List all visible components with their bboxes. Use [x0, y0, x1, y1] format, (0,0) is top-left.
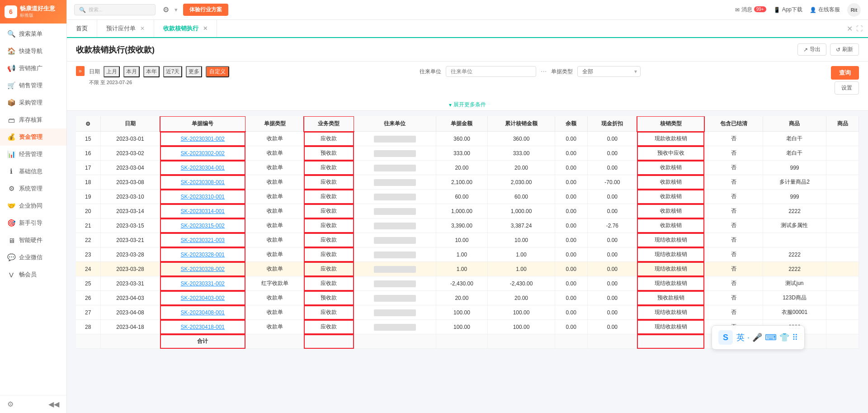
- bill-no-link[interactable]: SK-20230302-002: [181, 150, 225, 157]
- cell-biz-type: 应收款: [304, 233, 354, 247]
- cell-balance: 0.00: [555, 132, 587, 146]
- cell-goods2: [826, 247, 859, 262]
- bill-no-link[interactable]: SK-20230304-001: [181, 165, 225, 171]
- sidebar-item-quick-nav[interactable]: 🏠快捷导航: [0, 43, 66, 60]
- bill-no-link[interactable]: SK-20230301-002: [181, 136, 225, 142]
- cell-goods2: [826, 175, 859, 190]
- bill-no-link[interactable]: SK-20230408-001: [181, 309, 225, 316]
- gear-icon[interactable]: ⚙: [163, 5, 169, 14]
- topbar-search[interactable]: 🔍 搜索...: [74, 4, 156, 15]
- cell-discount: 0.00: [587, 233, 637, 247]
- date-7days[interactable]: 近7天: [163, 66, 183, 77]
- tab-prepay[interactable]: 预计应付单 ✕: [97, 20, 154, 37]
- sidebar-item-search[interactable]: 🔍搜索菜单: [0, 25, 66, 43]
- tab-prepay-close[interactable]: ✕: [140, 25, 145, 32]
- partner-input[interactable]: [446, 66, 536, 77]
- expand-more-btn[interactable]: ▾ 展开更多条件: [76, 99, 859, 110]
- filter-expand-btn[interactable]: »: [76, 66, 85, 76]
- cell-goods: [763, 233, 826, 247]
- bill-no-link[interactable]: SK-20230310-001: [181, 194, 225, 200]
- wechat-icon: 💬: [7, 253, 15, 261]
- sidebar-item-wechat[interactable]: 💬企业微信: [0, 249, 66, 266]
- cell-verify-type: 现结收款核销: [637, 276, 704, 291]
- bill-type-select[interactable]: 全部 收款单 红字收款单: [577, 66, 641, 77]
- cell-verified: 1.00: [488, 262, 555, 276]
- table-row: 16 2023-03-02 SK-20230302-002 收款单 预收款 ██…: [76, 146, 859, 161]
- app-download-btn[interactable]: 📱 App下载: [774, 6, 802, 14]
- cell-goods: 老白干: [763, 132, 826, 146]
- sidebar-logo: 6 畅康道好生意 标推版: [0, 0, 66, 24]
- export-btn[interactable]: ↗ 导出: [797, 43, 826, 56]
- sidebar-item-basic[interactable]: ℹ基础信息: [0, 163, 66, 180]
- date-this-month[interactable]: 本月: [123, 66, 140, 77]
- sidebar-item-member[interactable]: V畅会员: [0, 266, 66, 283]
- tab-maximize-icon[interactable]: ⛶: [856, 25, 863, 32]
- sidebar-item-purchase[interactable]: 📦采购管理: [0, 94, 66, 111]
- date-custom-btn[interactable]: 自定义: [206, 66, 229, 77]
- cell-partner: ████████: [354, 320, 436, 334]
- cell-date: 2023-03-28: [100, 247, 160, 262]
- bill-no-link[interactable]: SK-20230308-001: [181, 179, 225, 185]
- col-discount: 现金折扣: [587, 116, 637, 132]
- sidebar-label-marketing: 营销推广: [19, 64, 42, 72]
- sidebar-item-operations[interactable]: 📊经营管理: [0, 146, 66, 163]
- sidebar-item-sales[interactable]: 🛒销售管理: [0, 77, 66, 94]
- cell-bill-no: SK-20230321-003: [160, 233, 245, 247]
- date-more[interactable]: 更多: [186, 66, 202, 77]
- message-btn[interactable]: ✉ 消息 99+: [735, 6, 766, 14]
- sidebar-item-hardware[interactable]: 🖥智能硬件: [0, 232, 66, 249]
- cell-date: 2023-03-01: [100, 132, 160, 146]
- settings-icon[interactable]: ⚙: [7, 400, 14, 408]
- date-prev-month[interactable]: 上月: [104, 66, 120, 77]
- setting-btn[interactable]: 设置: [835, 81, 859, 95]
- tab-collect[interactable]: 收款核销执行 ✕: [154, 20, 217, 37]
- cell-verify-type: 预收款核销: [637, 291, 704, 305]
- partner-dots[interactable]: ···: [541, 67, 547, 76]
- cell-idx: 26: [76, 291, 100, 305]
- cell-date: 2023-03-28: [100, 262, 160, 276]
- cell-idx: 20: [76, 204, 100, 218]
- tab-collect-close[interactable]: ✕: [203, 25, 208, 32]
- sidebar-item-finance[interactable]: 💰资金管理: [0, 128, 66, 146]
- member-icon: V: [7, 271, 15, 279]
- user-avatar[interactable]: Rit: [847, 3, 861, 17]
- service-btn[interactable]: 👤 在线客服: [810, 6, 840, 14]
- sidebar-item-inventory[interactable]: 🗃库存核算: [0, 111, 66, 128]
- cell-bill-type: 收款单: [245, 291, 304, 305]
- brand-icon-1: 英: [736, 332, 745, 343]
- cell-partner: ████████: [354, 161, 436, 175]
- bill-no-link[interactable]: SK-20230314-001: [181, 208, 225, 214]
- cell-partner: ████████: [354, 276, 436, 291]
- sidebar-item-collab[interactable]: 🤝企业协同: [0, 197, 66, 214]
- cell-partner: ████████: [354, 291, 436, 305]
- collapse-icon[interactable]: ◀◀: [48, 400, 59, 408]
- cell-bill-type: 收款单: [245, 190, 304, 204]
- bill-no-link[interactable]: SK-20230331-002: [181, 280, 225, 287]
- sidebar-item-guide[interactable]: 🎯新手引导: [0, 214, 66, 232]
- cell-partner: ████████: [354, 233, 436, 247]
- cell-verified: 3,387.24: [488, 218, 555, 233]
- bill-no-link[interactable]: SK-20230315-002: [181, 223, 225, 229]
- cell-bill-type: 收款单: [245, 146, 304, 161]
- cell-idx: 27: [76, 305, 100, 320]
- bill-no-link[interactable]: SK-20230328-001: [181, 252, 225, 258]
- table-scroll[interactable]: ⚙ 日期 单据编号 单据类型 业务类型 往来单位 单据金额 累计核销金额 余额 …: [76, 116, 859, 349]
- sidebar-item-system[interactable]: ⚙系统管理: [0, 180, 66, 197]
- cell-include-settled: 否: [704, 247, 763, 262]
- solution-btn[interactable]: 体验行业方案: [183, 4, 228, 16]
- date-this-year[interactable]: 本年: [143, 66, 160, 77]
- bill-no-link[interactable]: SK-20230418-001: [181, 324, 225, 330]
- tab-home[interactable]: 首页: [67, 20, 97, 37]
- col-settings[interactable]: ⚙: [76, 116, 100, 132]
- tab-close-all-icon[interactable]: ✕: [847, 24, 853, 33]
- brand-icon-2: ·: [747, 333, 750, 342]
- bill-no-link[interactable]: SK-20230321-003: [181, 237, 225, 243]
- cell-discount: -2.76: [587, 218, 637, 233]
- bill-no-link[interactable]: SK-20230328-002: [181, 266, 225, 272]
- cell-goods: 测试jun: [763, 276, 826, 291]
- bill-no-link[interactable]: SK-20230403-002: [181, 295, 225, 301]
- sidebar-label-search: 搜索菜单: [19, 30, 42, 38]
- refresh-btn[interactable]: ↺ 刷新: [830, 43, 859, 56]
- query-btn[interactable]: 查询: [831, 66, 859, 80]
- sidebar-item-marketing[interactable]: 📢营销推广: [0, 60, 66, 77]
